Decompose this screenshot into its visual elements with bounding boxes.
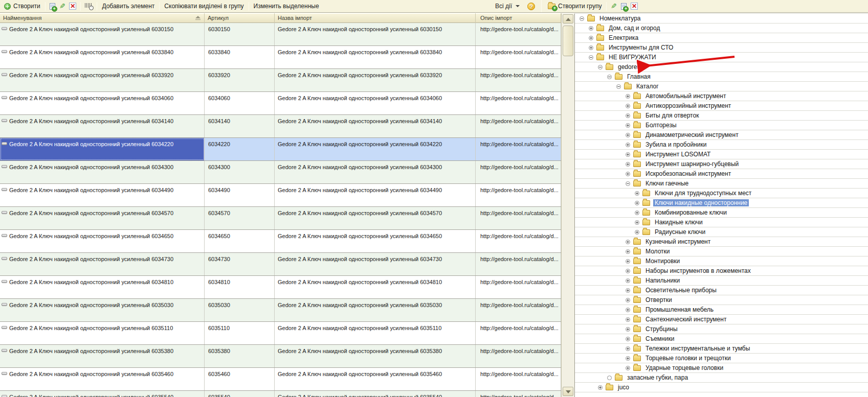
column-header-import-name[interactable]: Назва імпорт xyxy=(275,13,476,23)
cell-import-name[interactable]: Gedore 2 A Ключ накидной односторонний у… xyxy=(275,207,476,229)
tree-item-номенклатура[interactable]: Номенклатура xyxy=(575,14,868,24)
column-header-article[interactable]: Артикул xyxy=(205,13,275,23)
table-row[interactable]: Gedore 2 A Ключ накидной односторонний у… xyxy=(0,230,561,253)
cell-article[interactable]: 6035030 xyxy=(205,299,275,321)
vertical-scrollbar[interactable] xyxy=(561,13,574,397)
expand-icon[interactable] xyxy=(626,269,630,273)
expand-icon[interactable] xyxy=(635,220,639,225)
tree-item-juco[interactable]: juco xyxy=(575,383,868,392)
expand-icon[interactable] xyxy=(626,152,630,157)
tree-item-кузнечный-инструмент[interactable]: Кузнечный инструмент xyxy=(575,237,868,247)
delete-icon[interactable]: ✕ xyxy=(631,3,638,10)
cell-import-name[interactable]: Gedore 2 A Ключ накидной односторонний у… xyxy=(275,115,476,137)
cell-import-desc[interactable]: http://gedore-tool.ru/catalog/d... xyxy=(476,207,561,229)
help-icon[interactable]: ? xyxy=(527,3,535,10)
cell-article[interactable]: 6035380 xyxy=(205,345,275,367)
tree-item-електрика[interactable]: Електрика xyxy=(575,33,868,43)
expand-icon[interactable] xyxy=(626,104,630,108)
expand-icon[interactable] xyxy=(626,356,630,361)
cell-import-name[interactable]: Gedore 2 A Ключ накидной односторонний у… xyxy=(275,46,476,68)
cell-article[interactable]: 6033920 xyxy=(205,69,275,91)
cell-name[interactable]: Gedore 2 A Ключ накидной односторонний у… xyxy=(0,207,205,229)
tree-item-комбинированные-ключи[interactable]: Комбинированные ключи xyxy=(575,208,868,218)
cell-import-name[interactable]: Gedore 2 A Ключ накидной односторонний у… xyxy=(275,276,476,298)
table-row[interactable]: Gedore 2 A Ключ накидной односторонний у… xyxy=(0,253,561,276)
expand-icon[interactable] xyxy=(626,298,630,302)
expand-icon[interactable] xyxy=(626,327,630,332)
tree-item-накидные-ключи[interactable]: Накидные ключи xyxy=(575,218,868,227)
cell-import-desc[interactable]: http://gedore-tool.ru/catalog/d... xyxy=(476,345,561,367)
expand-icon[interactable] xyxy=(589,45,593,50)
expand-icon[interactable] xyxy=(626,288,630,293)
cell-import-name[interactable]: Gedore 2 A Ключ накидной односторонний у… xyxy=(275,23,476,45)
cell-import-desc[interactable]: http://gedore-tool.ru/catalog/d... xyxy=(476,230,561,252)
expand-icon[interactable] xyxy=(598,385,603,390)
expand-icon[interactable] xyxy=(626,94,630,99)
table-row[interactable]: Gedore 2 A Ключ накидной односторонний у… xyxy=(0,69,561,92)
tree-item-автомобильный-инструмент[interactable]: Автомобильный инструмент xyxy=(575,91,868,101)
cell-name[interactable]: Gedore 2 A Ключ накидной односторонний у… xyxy=(0,253,205,275)
tree-item-съемники[interactable]: Съемники xyxy=(575,334,868,344)
tree-item-сантехнический-инструмент[interactable]: Сантехнический инструмент xyxy=(575,315,868,324)
cell-import-name[interactable]: Gedore 2 A Ключ накидной односторонний у… xyxy=(275,253,476,275)
cell-name[interactable]: Gedore 2 A Ключ накидной односторонний у… xyxy=(0,46,205,68)
expand-icon[interactable] xyxy=(626,346,630,351)
tree-item-gedore[interactable]: gedore xyxy=(575,62,868,72)
expand-icon[interactable] xyxy=(626,123,630,128)
tree-item-напильники[interactable]: Напильники xyxy=(575,276,868,286)
cell-import-desc[interactable]: http://gedore-tool.ru/catalog/d... xyxy=(476,69,561,91)
cell-name[interactable]: Gedore 2 A Ключ накидной односторонний у… xyxy=(0,23,205,45)
tree-item-осветительные-приборы[interactable]: Осветительные приборы xyxy=(575,286,868,295)
cell-name[interactable]: Gedore 2 A Ключ накидной односторонний у… xyxy=(0,92,205,114)
create-button[interactable]: Створити xyxy=(2,2,43,11)
cell-import-desc[interactable]: http://gedore-tool.ru/catalog/d... xyxy=(476,138,561,160)
table-row[interactable]: Gedore 2 A Ключ накидной односторонний у… xyxy=(0,161,561,184)
cell-article[interactable]: 6034730 xyxy=(205,253,275,275)
tree-item-инструмент-losomat[interactable]: Инструмент LOSOMAT xyxy=(575,150,868,159)
table-row[interactable]: Gedore 2 A Ключ накидной односторонний у… xyxy=(0,92,561,115)
table-row[interactable]: Gedore 2 A Ключ накидной односторонний у… xyxy=(0,322,561,345)
cell-article[interactable]: 6034650 xyxy=(205,230,275,252)
cell-import-name[interactable]: Gedore 2 A Ключ накидной односторонний у… xyxy=(275,161,476,183)
cell-import-desc[interactable]: http://gedore-tool.ru/catalog/d... xyxy=(476,115,561,137)
cell-import-name[interactable]: Gedore 2 A Ключ накидной односторонний у… xyxy=(275,230,476,252)
expand-icon[interactable] xyxy=(626,366,630,370)
expand-icon[interactable] xyxy=(626,133,630,137)
cell-article[interactable]: 6034490 xyxy=(205,184,275,206)
add-element-button[interactable]: Добавить элемент xyxy=(99,2,157,11)
cell-article[interactable]: 6035110 xyxy=(205,322,275,344)
cell-name[interactable]: Gedore 2 A Ключ накидной односторонний у… xyxy=(0,69,205,91)
tree-item-наборы-инструментов-в-ложементах[interactable]: Наборы инструментов в ложементах xyxy=(575,266,868,276)
expand-icon[interactable] xyxy=(635,191,639,196)
expand-icon[interactable] xyxy=(626,308,630,312)
expand-icon[interactable] xyxy=(626,172,630,176)
collapse-icon[interactable] xyxy=(626,181,630,186)
expand-icon[interactable] xyxy=(635,230,639,235)
table-row[interactable]: Gedore 2 A Ключ накидной односторонний у… xyxy=(0,276,561,299)
tree-item-ударные-торцевые-головки[interactable]: Ударные торцевые головки xyxy=(575,363,868,373)
column-header-import-desc[interactable]: Опис імпорт xyxy=(476,13,561,23)
table-row[interactable]: Gedore 2 A Ключ накидной односторонний у… xyxy=(0,391,561,397)
tree-item-ключи-накидные-односторонние[interactable]: Ключи накидные односторонние xyxy=(575,198,868,208)
table-row[interactable]: Gedore 2 A Ключ накидной односторонний у… xyxy=(0,138,561,161)
all-actions-button[interactable]: Всі дії xyxy=(493,2,522,11)
cell-article[interactable]: 6034060 xyxy=(205,92,275,114)
collapse-icon[interactable] xyxy=(598,65,603,69)
cell-import-name[interactable]: Gedore 2 A Ключ накидной односторонний у… xyxy=(275,69,476,91)
cell-name[interactable]: Gedore 2 A Ключ накидной односторонний у… xyxy=(0,115,205,137)
tree-item-молотки[interactable]: Молотки xyxy=(575,247,868,256)
cell-article[interactable]: 6034570 xyxy=(205,207,275,229)
cell-import-name[interactable]: Gedore 2 A Ключ накидной односторонний у… xyxy=(275,184,476,206)
cell-article[interactable]: 6033840 xyxy=(205,46,275,68)
tree-item-ключи-гаечные[interactable]: Ключи гаечные xyxy=(575,179,868,189)
tree-item-инструменты-для-сто[interactable]: Инструменты для СТО xyxy=(575,43,868,53)
barcode-search-icon[interactable] xyxy=(85,3,93,9)
cell-import-desc[interactable]: http://gedore-tool.ru/catalog/d... xyxy=(476,23,561,45)
tree-item-болторезы[interactable]: Болторезы xyxy=(575,121,868,130)
cell-import-desc[interactable]: http://gedore-tool.ru/catalog/d... xyxy=(476,161,561,183)
expand-icon[interactable] xyxy=(626,113,630,118)
expand-icon[interactable] xyxy=(626,278,630,283)
cell-name[interactable]: Gedore 2 A Ключ накидной односторонний у… xyxy=(0,345,205,367)
cell-import-name[interactable]: Gedore 2 A Ключ накидной односторонний у… xyxy=(275,138,476,160)
tree-item-ключи-для-труднодоступных-мест[interactable]: Ключи для труднодоступных мест xyxy=(575,189,868,198)
